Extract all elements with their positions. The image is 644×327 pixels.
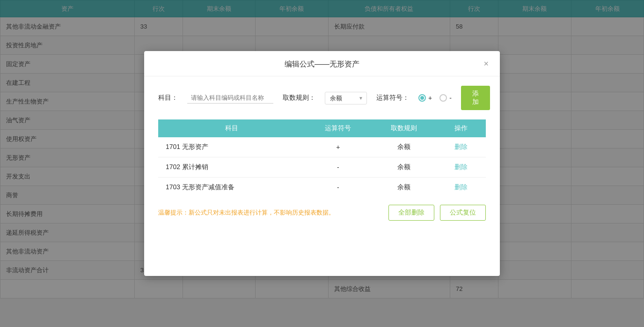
- formula-operator: -: [305, 178, 371, 198]
- table-header-operator: 运算符号: [305, 119, 371, 137]
- formula-row: 1703 无形资产减值准备-余额删除: [158, 178, 486, 198]
- modal-footer: 温馨提示：新公式只对未出报表进行计算，不影响历史报表数据。 全部删除 公式复位: [144, 197, 500, 225]
- formula-subject: 1702 累计摊销: [158, 157, 305, 178]
- hint-text: 温馨提示：新公式只对未出报表进行计算，不影响历史报表数据。: [158, 208, 335, 217]
- radio-plus-circle: [418, 94, 426, 102]
- formula-rule: 余额: [371, 157, 436, 178]
- rule-select-wrapper: 余额 借方 贷方 借方发生额 贷方发生额 ▼: [325, 92, 367, 104]
- table-header-rule: 取数规则: [371, 119, 436, 137]
- formula-operator: +: [305, 137, 371, 157]
- modal-header: 编辑公式——无形资产 ×: [144, 51, 500, 76]
- operator-radio-group: + -: [418, 94, 452, 102]
- formula-rule: 余额: [371, 137, 436, 157]
- modal-overlay: 编辑公式——无形资产 × 科目： 取数规则： 余额 借方 贷方 借方发生额 贷方…: [0, 0, 644, 327]
- delete-all-button[interactable]: 全部删除: [388, 205, 434, 221]
- operator-label: 运算符号：: [376, 94, 409, 102]
- rule-select[interactable]: 余额 借方 贷方 借方发生额 贷方发生额: [325, 92, 367, 104]
- formula-subject: 1703 无形资产减值准备: [158, 178, 305, 198]
- formula-form: 科目： 取数规则： 余额 借方 贷方 借方发生额 贷方发生额 ▼ 运算符号： +: [144, 76, 500, 118]
- subject-label: 科目：: [158, 94, 178, 102]
- delete-row-button[interactable]: 删除: [454, 163, 468, 171]
- formula-table: 科目 运算符号 取数规则 操作 1701 无形资产+余额删除1702 累计摊销-…: [158, 119, 486, 197]
- modal-title: 编辑公式——无形资产: [285, 59, 359, 69]
- formula-action: 删除: [437, 157, 486, 178]
- add-button[interactable]: 添加: [461, 86, 490, 110]
- radio-plus[interactable]: +: [418, 94, 432, 102]
- reset-formula-button[interactable]: 公式复位: [440, 205, 486, 221]
- footer-buttons: 全部删除 公式复位: [388, 205, 486, 221]
- table-header-action: 操作: [437, 119, 486, 137]
- formula-operator: -: [305, 157, 371, 178]
- subject-input[interactable]: [187, 92, 273, 104]
- modal-dialog: 编辑公式——无形资产 × 科目： 取数规则： 余额 借方 贷方 借方发生额 贷方…: [144, 51, 500, 276]
- radio-plus-label: +: [428, 94, 432, 102]
- formula-subject: 1701 无形资产: [158, 137, 305, 157]
- delete-row-button[interactable]: 删除: [454, 183, 468, 192]
- table-header-subject: 科目: [158, 119, 305, 137]
- formula-action: 删除: [437, 137, 486, 157]
- radio-minus-circle: [439, 94, 447, 102]
- formula-rule: 余额: [371, 178, 436, 198]
- modal-close-button[interactable]: ×: [480, 58, 492, 70]
- formula-table-wrapper: 科目 运算符号 取数规则 操作 1701 无形资产+余额删除1702 累计摊销-…: [144, 119, 500, 197]
- formula-row: 1702 累计摊销-余额删除: [158, 157, 486, 178]
- rule-label: 取数规则：: [283, 94, 315, 102]
- formula-action: 删除: [437, 178, 486, 198]
- formula-row: 1701 无形资产+余额删除: [158, 137, 486, 157]
- radio-minus-label: -: [449, 94, 452, 102]
- delete-row-button[interactable]: 删除: [454, 143, 468, 151]
- radio-minus[interactable]: -: [439, 94, 452, 102]
